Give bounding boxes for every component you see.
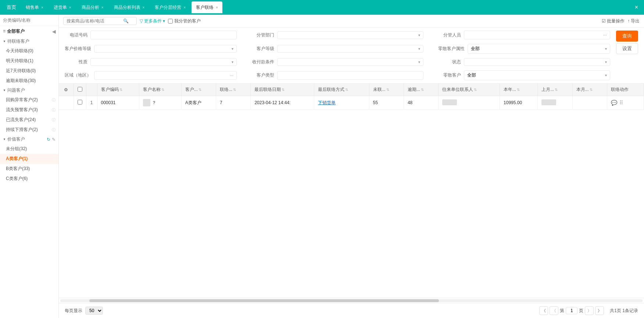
filter-phone-input[interactable]: [90, 31, 237, 39]
filter-payment-select[interactable]: ▾: [277, 58, 423, 66]
filter-dept-label: 分管部门: [251, 32, 277, 38]
chevron-down-icon: ▾: [605, 60, 607, 64]
page-input[interactable]: [566, 307, 577, 314]
sidebar-item-churn-warning[interactable]: 流失预警客户(3) ⓘ: [0, 105, 58, 115]
sidebar-item-churned[interactable]: 已流失客户(24) ⓘ: [0, 115, 58, 125]
sidebar-item-7days[interactable]: 近7天待联络(0): [0, 66, 58, 76]
th-contact[interactable]: 联络...⇅: [216, 84, 251, 96]
filter-customer-type-input[interactable]: [277, 71, 423, 80]
filter-customer-type: 客户类型: [251, 71, 423, 80]
h-scrollbar-track[interactable]: [60, 299, 643, 302]
unit-contact-value: [442, 99, 457, 105]
bulk-action-button[interactable]: ☑ 批量操作: [602, 18, 625, 24]
page-size-select[interactable]: 50: [85, 307, 103, 315]
th-check[interactable]: [74, 84, 86, 96]
filter-retail-label: 零散客户: [438, 72, 464, 78]
sidebar-item-unclassified[interactable]: 未分组(32): [0, 144, 58, 154]
th-code[interactable]: 客户编码⇅: [97, 84, 139, 96]
my-customers-label: 我分管的客户: [174, 18, 201, 24]
sidebar-item-class-c[interactable]: C类客户(6): [0, 174, 58, 184]
chevron-down-icon: ▾: [418, 60, 420, 64]
sidebar-item-class-a[interactable]: A类客户(1): [0, 154, 58, 164]
nav-home[interactable]: 首页: [3, 4, 20, 11]
last-method-link[interactable]: 下销货单: [318, 100, 336, 105]
main-search-input[interactable]: [67, 18, 122, 24]
close-icon[interactable]: ×: [143, 6, 145, 10]
prev-page-button[interactable]: 〈: [550, 306, 558, 315]
export-button[interactable]: ↑ 导出: [627, 18, 640, 24]
page-label: 第: [560, 308, 564, 314]
query-button[interactable]: 查询: [616, 31, 638, 42]
filter-price-level-select[interactable]: ▾: [94, 45, 237, 53]
sidebar-search-input[interactable]: [3, 18, 58, 23]
th-year-amount[interactable]: 本年...⇅: [500, 84, 538, 96]
th-last-method[interactable]: 最后联络方式⇅: [314, 84, 369, 96]
sidebar-group-pending[interactable]: 待联络客户: [0, 37, 58, 46]
next-page-button[interactable]: 〉: [585, 306, 594, 315]
app-close-button[interactable]: ×: [632, 4, 641, 11]
nav-tab-customer-segment[interactable]: 客户分层经营 ×: [150, 1, 190, 13]
last-page-button[interactable]: 》: [595, 306, 604, 315]
sidebar-item-today[interactable]: 今天待联络(0): [0, 46, 58, 56]
chevron-down-icon: ▾: [232, 47, 233, 51]
nav-tab-analysis-list[interactable]: 商品分析列表 ×: [110, 1, 149, 13]
th-last-date[interactable]: 最后联络日期⇅: [251, 84, 314, 96]
sidebar-item-overdue-contact[interactable]: 逾期未联络(30): [0, 76, 58, 86]
filter-status-select[interactable]: ▾: [464, 58, 610, 66]
filter-retail-attr: 零散客户属性 全部 ▾: [438, 44, 610, 54]
search-icon[interactable]: 🔍: [123, 18, 129, 24]
td-action: 💬 ⠿: [607, 96, 644, 110]
filter-payment: 收付款条件 ▾: [251, 58, 423, 66]
sidebar-all-customers[interactable]: ⠿ 全部客户 ◀: [0, 26, 58, 37]
sidebar-group-value[interactable]: ▼ 价值客户 ↻ ✎: [0, 135, 58, 144]
filter-region-input[interactable]: ···: [94, 71, 237, 80]
settings-button[interactable]: 设置: [616, 43, 638, 54]
filter-nature-select[interactable]: ▾: [90, 58, 237, 66]
sidebar-group-problem[interactable]: 问题客户: [0, 86, 58, 95]
th-this-month[interactable]: 本月...⇅: [572, 84, 607, 96]
close-icon[interactable]: ×: [41, 6, 43, 10]
filter-person-input[interactable]: ···: [464, 31, 610, 39]
th-category[interactable]: 客户...⇅: [181, 84, 216, 96]
th-last-month[interactable]: 上月...⇅: [538, 84, 572, 96]
th-unit-contact[interactable]: 往来单位联系人⇅: [439, 84, 500, 96]
select-all-checkbox[interactable]: [78, 87, 82, 92]
sidebar-item-declining[interactable]: 持续下滑客户(2) ⓘ: [0, 125, 58, 135]
close-icon[interactable]: ×: [216, 6, 218, 10]
th-no-contact[interactable]: 未联...⇅: [369, 84, 404, 96]
first-page-button[interactable]: 《: [539, 306, 548, 315]
filter-phone: 电话号码: [65, 31, 237, 39]
close-icon[interactable]: ×: [183, 6, 186, 10]
my-customers-checkbox[interactable]: [168, 19, 173, 24]
close-icon[interactable]: ×: [69, 6, 71, 10]
filter-retail-select[interactable]: 全部 ▾: [464, 70, 610, 80]
close-icon[interactable]: ×: [101, 6, 104, 10]
refresh-icon[interactable]: ↻: [47, 137, 50, 142]
row-checkbox[interactable]: [78, 100, 82, 105]
filter-customer-level-select[interactable]: ▾: [277, 45, 423, 53]
th-overdue[interactable]: 逾期...⇅: [404, 84, 438, 96]
filter-dept-select[interactable]: ▾: [277, 31, 423, 39]
sidebar-item-tomorrow[interactable]: 明天待联络(1): [0, 56, 58, 66]
customer-table: ⚙ 客户编码⇅ 客户名称⇅ 客户...⇅ 联络...⇅ 最后联络日期⇅ 最后联络…: [59, 84, 644, 110]
edit-icon[interactable]: ✎: [52, 137, 56, 142]
filter-row-3: 性质 ▾ 收付款条件 ▾: [65, 58, 610, 66]
th-name[interactable]: 客户名称⇅: [139, 84, 182, 96]
message-icon[interactable]: 💬: [611, 100, 617, 106]
page-unit: 页: [579, 308, 583, 314]
sidebar-item-class-b[interactable]: B类客户(33): [0, 164, 58, 174]
h-scrollbar-thumb[interactable]: [89, 299, 439, 302]
more-icon[interactable]: ⠿: [619, 100, 623, 106]
filter-retail-attr-select[interactable]: 全部 ▾: [468, 44, 610, 54]
nav-tab-customer-contact[interactable]: 客户联络 ×: [192, 1, 222, 13]
nav-tab-sales[interactable]: 销售单 ×: [21, 1, 48, 13]
filter-btn[interactable]: ▽ 更多条件 ▾: [140, 18, 165, 24]
nav-tab-purchase[interactable]: 进货单 ×: [49, 1, 76, 13]
td-last-method: 下销货单: [314, 96, 369, 110]
sidebar-item-repurchase-abnormal[interactable]: 回购异常客户(2) ⓘ: [0, 95, 58, 105]
th-settings[interactable]: ⚙: [59, 84, 74, 96]
top-nav: 首页 销售单 × 进货单 × 商品分析 × 商品分析列表 × 客户分层经营 × …: [0, 0, 644, 15]
nav-tab-analysis[interactable]: 商品分析 ×: [77, 1, 108, 13]
filter-nature-label: 性质: [65, 59, 90, 65]
sidebar-collapse-icon[interactable]: ◀: [52, 29, 56, 34]
